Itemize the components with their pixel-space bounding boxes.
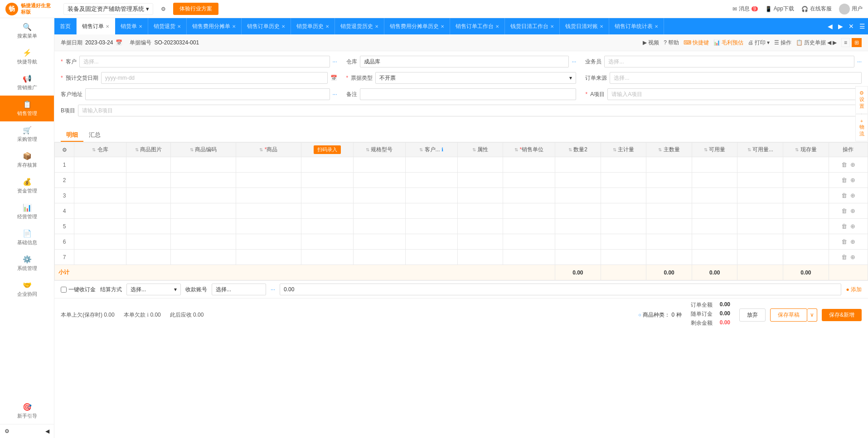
row-delete-icon[interactable]: 🗑 (841, 192, 847, 199)
row-copy-icon[interactable]: ⊕ (850, 177, 855, 183)
row-customer[interactable] (405, 250, 457, 265)
address-ellipsis[interactable]: ··· (333, 91, 337, 97)
row-main-qty[interactable] (646, 250, 692, 265)
th-code[interactable]: ⇅ 商品编码 (171, 143, 236, 157)
account-ellipsis[interactable]: ··· (271, 286, 275, 293)
row-warehouse[interactable] (74, 219, 126, 234)
shortcut-action[interactable]: ⌨ 快捷键 (684, 39, 709, 47)
sidebar-item-collab[interactable]: 🤝 企业协同 (0, 276, 54, 302)
tab-close-icon[interactable]: ✕ (232, 24, 236, 29)
tab-home[interactable]: 首页 (54, 18, 77, 34)
row-customer[interactable] (405, 219, 457, 234)
app-download-group[interactable]: 📱 App下载 (765, 5, 794, 13)
row-code[interactable] (171, 219, 236, 234)
row-warehouse[interactable] (74, 250, 126, 265)
th-main-qty[interactable]: ⇅ 主数量 (646, 143, 692, 157)
row-attr[interactable] (457, 250, 503, 265)
th-qty2[interactable]: ⇅ 数量2 (555, 143, 601, 157)
row-delete-icon[interactable]: 🗑 (841, 207, 847, 214)
tab-sales-expense[interactable]: 销售费用分摊单 ✕ (187, 18, 242, 34)
order-source-input[interactable] (610, 72, 862, 84)
th-avail[interactable]: ⇅ 可用量 (692, 143, 737, 157)
settings-icon[interactable]: ⚙ (157, 3, 170, 15)
th-warehouse[interactable]: ⇅ 仓库 (74, 143, 126, 157)
row-customer[interactable] (405, 188, 457, 203)
account-select[interactable]: 选择... (212, 284, 266, 295)
row-name[interactable] (236, 219, 301, 234)
row-delete-icon[interactable]: 🗑 (841, 238, 847, 245)
row-customer[interactable] (405, 203, 457, 219)
row-main-qty[interactable] (646, 203, 692, 219)
row-spec[interactable] (353, 203, 405, 219)
list-view-btn[interactable]: ≡ (841, 38, 850, 47)
row-unit[interactable] (503, 173, 555, 188)
add-payment-btn[interactable]: ● 添加 (846, 286, 862, 294)
row-name[interactable] (236, 203, 301, 219)
th-main-unit[interactable]: ⇅ 主计量 (601, 143, 646, 157)
settlement-select[interactable]: 选择... ▾ (126, 284, 181, 295)
tab-close-all-btn[interactable]: ✕ (846, 18, 857, 34)
sidebar-item-inventory[interactable]: 📦 库存核算 (0, 147, 54, 173)
row-spec[interactable] (353, 188, 405, 203)
staff-ellipsis[interactable]: ··· (857, 58, 862, 65)
row-main-qty[interactable] (646, 157, 692, 173)
help-action[interactable]: ? 帮助 (664, 39, 679, 47)
row-name[interactable] (236, 173, 301, 188)
history-nav-next[interactable]: ▶ (833, 39, 837, 46)
tab-summary[interactable]: 汇总 (83, 129, 106, 142)
row-spec[interactable] (353, 234, 405, 250)
tab-close-icon[interactable]: ✕ (655, 24, 658, 29)
row-warehouse[interactable] (74, 188, 126, 203)
th-image[interactable]: ⇅ 商品图片 (126, 143, 171, 157)
row-qty2[interactable] (555, 234, 601, 250)
th-spec[interactable]: ⇅ 规格型号 (353, 143, 405, 157)
row-qty2[interactable] (555, 250, 601, 265)
row-copy-icon[interactable]: ⊕ (850, 161, 855, 168)
row-delete-icon[interactable]: 🗑 (841, 177, 847, 183)
table-scroll[interactable]: ⚙ ⇅ 仓库 ⇅ 商品图片 ⇅ 商品编码 ⇅ *商品 扫码录入 ⇅ 规格型号 ⇅… (54, 142, 868, 280)
row-main-unit[interactable] (601, 203, 646, 219)
history-nav-prev[interactable]: ◀ (827, 39, 831, 46)
row-qty2[interactable] (555, 203, 601, 219)
delivery-input[interactable] (101, 72, 328, 84)
row-unit[interactable] (503, 157, 555, 173)
form-view-btn[interactable]: ⊞ (852, 38, 862, 47)
save-new-button[interactable]: 保存&新增 (822, 309, 862, 321)
tab-close-icon[interactable]: ✕ (375, 24, 378, 29)
staff-input[interactable] (604, 56, 854, 67)
row-main-qty[interactable] (646, 219, 692, 234)
customer-ellipsis[interactable]: ··· (333, 58, 337, 65)
tab-close-icon[interactable]: ✕ (441, 24, 444, 29)
a-project-input[interactable] (607, 88, 862, 100)
tab-close-icon[interactable]: ✕ (106, 24, 109, 29)
view-action[interactable]: ▶ 视频 (643, 39, 659, 47)
tab-sales-order-history[interactable]: 销售订单历史 ✕ (242, 18, 291, 34)
row-main-qty[interactable] (646, 188, 692, 203)
row-unit[interactable] (503, 203, 555, 219)
row-unit[interactable] (503, 234, 555, 250)
invoice-select[interactable]: 不开票 ▾ (375, 72, 576, 84)
row-code[interactable] (171, 234, 236, 250)
operation-action[interactable]: ☰ 操作 (774, 39, 791, 47)
row-code[interactable] (171, 203, 236, 219)
row-code[interactable] (171, 157, 236, 173)
row-qty2[interactable] (555, 157, 601, 173)
sidebar-item-search[interactable]: 🔍 搜索菜单 (0, 18, 54, 44)
row-code[interactable] (171, 188, 236, 203)
tab-close-icon[interactable]: ✕ (139, 24, 142, 29)
discard-button[interactable]: 放弃 (739, 308, 766, 322)
sidebar-item-quicknav[interactable]: ⚡ 快捷导航 (0, 44, 54, 70)
row-name[interactable] (236, 188, 301, 203)
message-group[interactable]: ✉ 消息 9 (732, 5, 758, 13)
sidebar-item-finance[interactable]: 💰 资金管理 (0, 173, 54, 199)
customer-input[interactable] (79, 56, 330, 67)
row-qty2[interactable] (555, 188, 601, 203)
tab-sales-order[interactable]: 销售订单 ✕ (77, 18, 115, 34)
tab-sales-stats[interactable]: 销售订单统计表 ✕ (609, 18, 664, 34)
tab-menu-btn[interactable]: ☰ (857, 18, 868, 34)
tab-order-workbench[interactable]: 销售订单工作台 ✕ (450, 18, 505, 34)
th-name[interactable]: ⇅ *商品 (236, 143, 301, 157)
row-main-unit[interactable] (601, 188, 646, 203)
tab-daily-account[interactable]: 钱货日清对账 ✕ (560, 18, 609, 34)
date-value[interactable]: 2023-03-24 (85, 39, 113, 46)
